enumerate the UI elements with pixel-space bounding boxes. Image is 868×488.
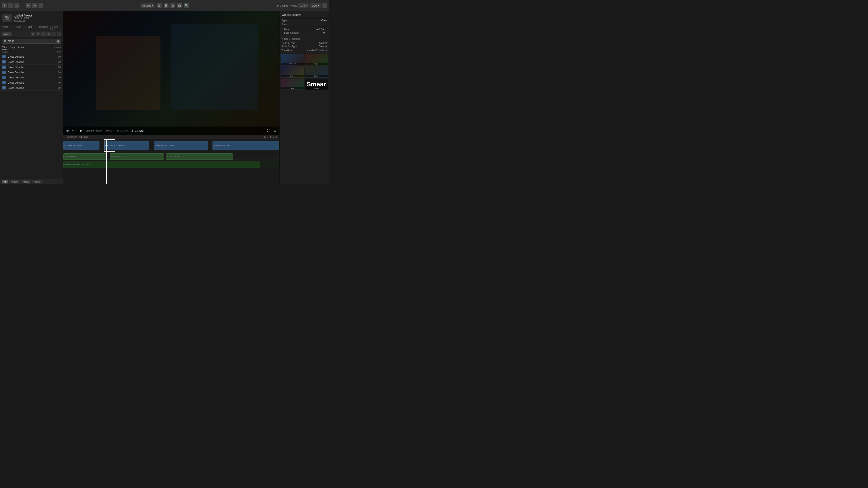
- idx-col-dur: Duration: [39, 26, 48, 31]
- filmstrip-icon[interactable]: ⊟: [170, 3, 175, 8]
- angle-icon[interactable]: ⌄: [57, 32, 61, 36]
- close-icon[interactable]: ●: [2, 3, 7, 8]
- grid-view-icon[interactable]: ⊞: [157, 3, 162, 8]
- pill-all[interactable]: All: [2, 180, 8, 184]
- results-pos-col: Pos: [52, 51, 61, 53]
- tl-grid-btn[interactable]: ⊞: [270, 135, 272, 138]
- film-icon[interactable]: ⊟: [41, 32, 46, 36]
- grid-icon[interactable]: ⊞: [31, 32, 35, 36]
- zoom-out-button[interactable]: ⊖: [273, 128, 278, 133]
- tl-transitions-btn[interactable]: Transitions: [65, 135, 77, 138]
- filter-tabs: Clips Tags Roles 7 Items: [0, 45, 63, 50]
- result-name-1: Cross Dissolve: [8, 55, 52, 58]
- result-pos-7: 00:: [53, 87, 61, 89]
- project-name-display: Untitled Project: [280, 4, 297, 7]
- tl-settings-btn[interactable]: ⚙: [275, 135, 278, 138]
- minimize-icon[interactable]: –: [8, 3, 13, 8]
- dissolve-icon-4: ✕: [2, 71, 6, 74]
- list-item[interactable]: ✕ Cross Dissolve 00:: [0, 70, 63, 75]
- index-col-headers: Name Start End Duration Content Created: [0, 25, 63, 31]
- index-panel: 🎬 Untitled Project 11/19, 4:19 PM 08:09:…: [0, 11, 63, 184]
- tl-add-btn[interactable]: +: [267, 135, 269, 138]
- preview-timecode: 2:17:23: [131, 129, 144, 132]
- timeline-clip-4[interactable]: NIKXN 4016 TRIG: [213, 141, 279, 150]
- filter-tags-tab[interactable]: Tags: [10, 46, 15, 49]
- rewind-button[interactable]: ⟵: [72, 128, 77, 133]
- bottom-filterbar: All Video Audio Titles: [0, 179, 63, 184]
- search-box[interactable]: 🔍 ✕: [2, 39, 61, 43]
- timeline-area: FUJLIVE 001 TRIG FUJLIVE 2021 TRIG FLIXC…: [63, 139, 279, 184]
- trans-thumb-4[interactable]: Slide: [305, 66, 328, 78]
- list-item[interactable]: ✕ Cross Dissolve 00:: [0, 75, 63, 80]
- search-input[interactable]: [8, 39, 56, 43]
- dissolve-icon-5: ✕: [2, 76, 6, 79]
- inspector-fade-amount: 0: [323, 32, 324, 34]
- zoom-in-button[interactable]: ⊕: [65, 128, 70, 133]
- tl-zoom-btn[interactable]: ⊟: [272, 135, 274, 138]
- tl-all-clips-btn[interactable]: All Clips: [79, 135, 88, 138]
- search-clear-button[interactable]: ✕: [57, 39, 60, 43]
- fullscreen-button[interactable]: ⛶: [266, 128, 271, 133]
- index-project-date1: 11/19, 4:19 PM: [13, 17, 61, 20]
- timeline-clip-3[interactable]: FLIXCAM 2021 TRIG: [154, 141, 208, 150]
- timeline-clip-1[interactable]: FUJLIVE 001 TRIG: [63, 141, 99, 150]
- play-button[interactable]: ▶: [79, 128, 84, 133]
- audio-clip-2[interactable]: 4 UNLINK AI: [110, 153, 164, 160]
- inspector-type-value: Video: [321, 19, 327, 22]
- preview-controls: ⊕ ⟵ ▶ Untitled Project 00:15 - 08:22:10 …: [63, 127, 279, 135]
- list-item[interactable]: ✕ Cross Dissolve 00:: [0, 65, 63, 70]
- transitions-header: Transitions Installed Transitions: [280, 48, 329, 53]
- tl-clips-btn[interactable]: ⊡: [264, 135, 266, 138]
- smear-sublabel: Smear: [305, 87, 328, 90]
- view-dropdown[interactable]: View ▾: [310, 3, 321, 8]
- audio-track-2: BCR Instrument LOSSLESS: [63, 161, 279, 167]
- pill-video[interactable]: Video: [9, 180, 20, 184]
- trans-thumb-3[interactable]: Fade: [281, 66, 304, 78]
- undo-icon[interactable]: ↩: [26, 3, 31, 8]
- result-pos-3: 00:: [53, 66, 61, 68]
- inspector-fadeout-row: Fade Out Type S-curve: [280, 45, 329, 48]
- list-item[interactable]: ✕ Cross Dissolve 00:: [0, 86, 63, 91]
- trans-thumb-2[interactable]: Wipe: [305, 54, 328, 66]
- inspector-title: Cross Dissolve: [280, 11, 329, 19]
- trans-thumb-1[interactable]: Dissolve: [281, 54, 304, 66]
- layout-icon[interactable]: ▤: [46, 32, 51, 36]
- zoom-dropdown[interactable]: 41% ▾: [298, 3, 309, 8]
- index-tabbar: Index ⊞ ☰ ⊟ ▤ ↖ ⌄: [0, 31, 63, 37]
- list-view-icon[interactable]: ☰: [163, 3, 168, 8]
- filter-roles-tab[interactable]: Roles: [18, 46, 24, 49]
- share-export-icon[interactable]: ⬆: [322, 3, 327, 8]
- inspector-fade-amount-row: Fade Amount 0: [282, 31, 327, 35]
- pill-titles[interactable]: Titles: [32, 180, 41, 184]
- share-icon[interactable]: ⬆: [38, 3, 43, 8]
- trans-thumb-5[interactable]: Iris: [281, 78, 304, 90]
- maximize-icon[interactable]: ◻: [14, 3, 20, 8]
- filter-icon[interactable]: ▤: [177, 3, 182, 8]
- filter-clips-tab[interactable]: Clips: [2, 45, 7, 50]
- preview-area: ⊕ ⟵ ▶ Untitled Project 00:15 - 08:22:10 …: [63, 11, 279, 135]
- cursor-icon[interactable]: ↖: [52, 32, 56, 36]
- transition-grid: Dissolve Wipe Fade Slide Iris: [280, 53, 329, 91]
- list-item[interactable]: ✕ Cross Dissolve 00:: [0, 54, 63, 59]
- audio-clip-4[interactable]: BCR Instrument LOSSLESS: [63, 162, 260, 168]
- list-icon[interactable]: ☰: [36, 32, 40, 36]
- index-project-item[interactable]: 🎬 Untitled Project 11/19, 4:19 PM 08:09:…: [2, 13, 61, 23]
- results-list: ✕ Cross Dissolve 00: ✕ Cross Dissolve 00…: [0, 54, 63, 179]
- transitions-title: Transitions: [281, 49, 292, 52]
- clips-dropdown[interactable]: All Clips ▾: [141, 3, 155, 8]
- redo-icon[interactable]: ↪: [32, 3, 37, 8]
- audio-clip-1[interactable]: 4 UNLINK AI: [63, 153, 107, 160]
- list-item[interactable]: ✕ Cross Dissolve 00:: [0, 80, 63, 86]
- audio-clip-3[interactable]: 4 UNLINK AI: [166, 153, 233, 160]
- result-name-3: Cross Dissolve: [8, 66, 52, 68]
- index-icon-bar: ⊞ ☰ ⊟ ▤ ↖ ⌄: [31, 32, 61, 36]
- list-item[interactable]: ✕ Cross Dissolve 00:: [0, 59, 63, 65]
- tab-index[interactable]: Index: [2, 32, 11, 36]
- timeline-range: 00:15 - 08:22:10: [106, 129, 128, 132]
- timeline-header: Transitions All Clips ⊡ + ⊞ ⊟ ⚙: [63, 135, 279, 139]
- pill-audio[interactable]: Audio: [21, 180, 31, 184]
- dissolve-icon-1: ✕: [2, 55, 6, 58]
- transitions-section: Transitions Installed Transitions Dissol…: [280, 48, 329, 184]
- search-icon[interactable]: 🔍: [184, 3, 189, 8]
- trans-thumb-6[interactable]: Smear Smear: [305, 78, 328, 90]
